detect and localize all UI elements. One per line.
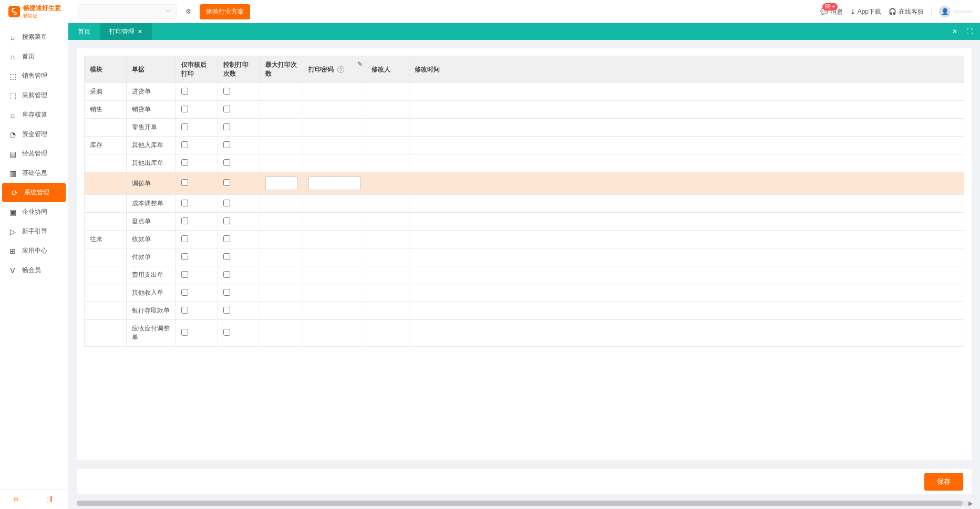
cell-modify-time — [409, 231, 964, 248]
sidebar-item-biz-mgmt[interactable]: ▤经营管理 — [0, 144, 68, 163]
print-pwd-input[interactable] — [308, 176, 360, 190]
checkbox-control-count[interactable] — [223, 235, 230, 242]
collapse-sidebar-icon[interactable]: ⟮❙ — [45, 496, 55, 503]
app-download-button[interactable]: ⤓ App下载 — [850, 7, 881, 16]
sidebar-item-home[interactable]: ⌂首页 — [0, 47, 68, 66]
cell-control-count — [218, 195, 260, 213]
tab-0[interactable]: 首页 — [68, 23, 100, 40]
cell-control-count — [218, 248, 260, 266]
cell-modifier — [366, 119, 409, 137]
checkbox-audit-only[interactable] — [181, 235, 188, 242]
scrollbar-thumb[interactable] — [77, 501, 963, 506]
checkbox-audit-only[interactable] — [181, 141, 188, 148]
checkbox-audit-only[interactable] — [181, 217, 188, 224]
help-icon[interactable]: ? — [337, 66, 344, 73]
cell-audit-only — [176, 101, 218, 119]
user-menu[interactable]: 👤 — [939, 6, 972, 17]
checkbox-control-count[interactable] — [223, 307, 230, 314]
sidebar-item-label: 企业协同 — [22, 207, 47, 216]
checkbox-audit-only[interactable] — [181, 289, 188, 296]
app-download-label: App下载 — [858, 7, 881, 16]
cell-modify-time — [409, 154, 964, 172]
checkbox-control-count[interactable] — [223, 159, 230, 166]
settings-gear-icon[interactable]: ⚙ — [13, 496, 19, 503]
cell-audit-only — [176, 231, 218, 248]
cell-audit-only — [176, 248, 218, 266]
checkbox-audit-only[interactable] — [181, 159, 188, 166]
cell-control-count — [218, 83, 260, 101]
cell-doc: 应收应付调整单 — [127, 320, 176, 347]
tab-close-icon[interactable]: ✕ — [138, 28, 142, 35]
tab-1[interactable]: 打印管理✕ — [100, 23, 152, 40]
checkbox-control-count[interactable] — [223, 289, 230, 296]
checkbox-audit-only[interactable] — [181, 200, 188, 206]
checkbox-control-count[interactable] — [223, 200, 230, 206]
sidebar-item-fund-mgmt[interactable]: ◔资金管理 — [0, 124, 68, 144]
cell-audit-only — [176, 137, 218, 154]
table-row: 采购进货单 — [85, 83, 964, 101]
sidebar-item-system-mgmt[interactable]: ⟳系统管理 — [2, 183, 66, 202]
sidebar-item-label: 应用中心 — [22, 246, 47, 255]
sidebar-item-inventory-acc[interactable]: ⌂库存核算 — [0, 105, 68, 124]
online-service-button[interactable]: 🎧 在线客服 — [889, 7, 924, 16]
sidebar-item-search-menu[interactable]: ⌕搜索菜单 — [0, 27, 68, 47]
cell-control-count — [218, 213, 260, 231]
checkbox-audit-only[interactable] — [181, 329, 188, 336]
sidebar-item-basic-info[interactable]: ▥基础信息 — [0, 163, 68, 183]
th-print-pwd: 打印密码 ? ✎ — [303, 56, 366, 83]
messages-button[interactable]: 99 + 💬 消息 — [820, 7, 843, 16]
checkbox-control-count[interactable] — [223, 88, 230, 95]
edit-column-icon[interactable]: ✎ — [357, 60, 363, 68]
cell-audit-only — [176, 266, 218, 284]
checkbox-control-count[interactable] — [223, 106, 230, 112]
cell-max-count[interactable] — [260, 172, 303, 195]
table-row: 调拨单 — [85, 172, 964, 195]
cell-control-count — [218, 266, 260, 284]
checkbox-audit-only[interactable] — [181, 106, 188, 112]
checkbox-control-count[interactable] — [223, 253, 230, 260]
close-all-tabs-icon[interactable]: ✕ — [951, 27, 959, 36]
fund-mgmt-icon: ◔ — [8, 130, 17, 139]
sidebar-item-app-center[interactable]: ⊞应用中心 — [0, 241, 68, 261]
table-row: 费用支出单 — [85, 266, 964, 284]
checkbox-audit-only[interactable] — [181, 307, 188, 314]
cell-modify-time — [409, 266, 964, 284]
max-count-input[interactable] — [265, 176, 297, 190]
checkbox-audit-only[interactable] — [181, 271, 188, 278]
print-management-card: 模块 单据 仅审核后打印 控制打印次数 最大打印次数 打印密码 ? ✎ — [77, 48, 972, 460]
checkbox-control-count[interactable] — [223, 271, 230, 278]
checkbox-control-count[interactable] — [223, 141, 230, 148]
checkbox-audit-only[interactable] — [181, 179, 188, 186]
divider — [931, 7, 932, 16]
cell-doc: 其他入库单 — [127, 137, 176, 154]
cell-print-pwd — [303, 154, 366, 172]
save-button[interactable]: 保存 — [924, 473, 963, 491]
checkbox-control-count[interactable] — [223, 329, 230, 336]
fullscreen-icon[interactable]: ⛶ — [965, 27, 974, 36]
sidebar-item-vip-member[interactable]: V畅会员 — [0, 261, 68, 280]
settings-button[interactable]: ⚙ — [181, 4, 195, 19]
checkbox-control-count[interactable] — [223, 179, 230, 186]
scrollbar-arrow-icon[interactable]: ▶ — [968, 500, 973, 507]
checkbox-audit-only[interactable] — [181, 88, 188, 95]
chevron-down-icon: ﹀ — [166, 7, 172, 16]
checkbox-control-count[interactable] — [223, 217, 230, 224]
tenant-select[interactable]: ﹀ — [77, 4, 177, 19]
sidebar-footer: ⚙ ⟮❙ — [0, 489, 68, 509]
sidebar-item-newbie-guide[interactable]: ▷新手引导 — [0, 222, 68, 241]
checkbox-audit-only[interactable] — [181, 253, 188, 260]
sidebar-item-purchase-mgmt[interactable]: ⬚采购管理 — [0, 86, 68, 105]
industry-solution-button[interactable]: 体验行业方案 — [200, 4, 250, 19]
sidebar-item-enterprise-collab[interactable]: ▣企业协同 — [0, 202, 68, 222]
sidebar-item-label: 资金管理 — [22, 130, 47, 139]
horizontal-scrollbar[interactable]: ▶ — [77, 501, 972, 507]
cell-doc: 收款单 — [127, 231, 176, 248]
table-row: 应收应付调整单 — [85, 320, 964, 347]
checkbox-control-count[interactable] — [223, 123, 230, 130]
cell-print-pwd[interactable] — [303, 172, 366, 195]
sidebar-item-sales-mgmt[interactable]: ⬚销售管理 — [0, 66, 68, 86]
cell-modify-time — [409, 302, 964, 320]
checkbox-audit-only[interactable] — [181, 123, 188, 130]
cell-doc: 其他收入单 — [127, 284, 176, 302]
table-row: 成本调整单 — [85, 195, 964, 213]
